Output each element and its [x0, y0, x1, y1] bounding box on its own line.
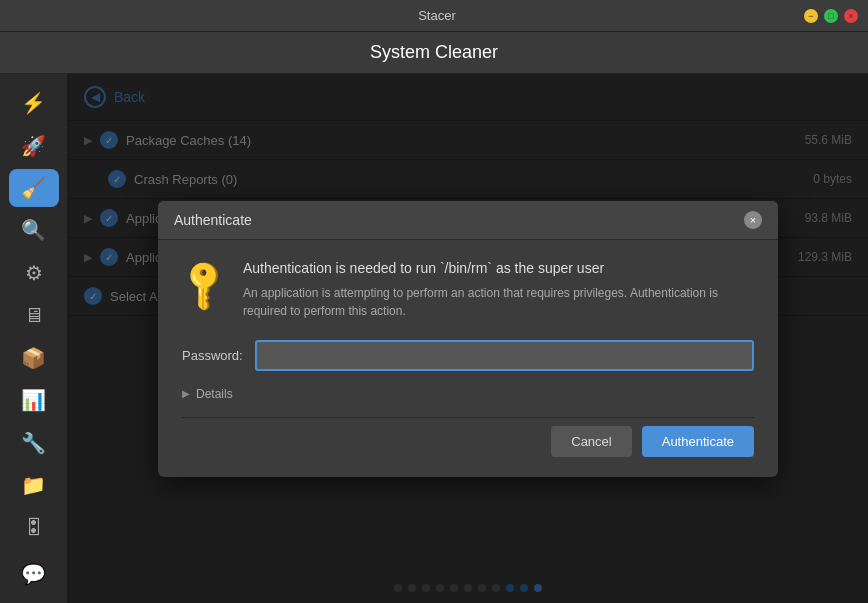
- sidebar-item-tools[interactable]: 🔧: [9, 423, 59, 461]
- password-row: Password:: [182, 340, 754, 371]
- dialog-close-button[interactable]: ×: [744, 211, 762, 229]
- sidebar: ⚡ 🚀 🧹 🔍 ⚙ 🖥 📦 📊 🔧 📁 🎛 💬: [0, 74, 68, 603]
- password-label: Password:: [182, 348, 243, 363]
- dialog-content-row: 🔑 Authentication is needed to run `/bin/…: [182, 260, 754, 320]
- dialog-header: Authenticate ×: [158, 201, 778, 240]
- app-container: System Cleaner ⚡ 🚀 🧹 🔍 ⚙ 🖥 📦 📊 🔧 📁 🎛 💬 ◀…: [0, 32, 868, 603]
- sidebar-item-system[interactable]: 🖥: [9, 296, 59, 334]
- content-area: ◀ Back ▶ ✓ Package Caches (14) 55.6 MiB …: [68, 74, 868, 603]
- key-icon: 🔑: [174, 254, 236, 316]
- app-header: System Cleaner: [0, 32, 868, 74]
- sidebar-item-startup[interactable]: 🚀: [9, 126, 59, 164]
- authenticate-dialog: Authenticate × 🔑 Authentication is neede…: [158, 201, 778, 477]
- minimize-button[interactable]: −: [804, 9, 818, 23]
- app-body: ⚡ 🚀 🧹 🔍 ⚙ 🖥 📦 📊 🔧 📁 🎛 💬 ◀ Back: [0, 74, 868, 603]
- details-toggle[interactable]: ▶ Details: [182, 387, 754, 401]
- close-button[interactable]: ×: [844, 9, 858, 23]
- dialog-main-text: Authentication is needed to run `/bin/rm…: [243, 260, 754, 276]
- chevron-right-icon: ▶: [182, 388, 190, 399]
- sidebar-item-cleaner[interactable]: 🧹: [9, 169, 59, 207]
- sidebar-item-files[interactable]: 📁: [9, 466, 59, 504]
- sidebar-item-resources[interactable]: 📊: [9, 381, 59, 419]
- title-bar: Stacer − □ ×: [0, 0, 868, 32]
- dialog-body: 🔑 Authentication is needed to run `/bin/…: [158, 240, 778, 477]
- sidebar-item-chat[interactable]: 💬: [9, 555, 59, 593]
- dialog-sub-text: An application is attempting to perform …: [243, 284, 754, 320]
- password-input[interactable]: [255, 340, 754, 371]
- app-title: Stacer: [70, 8, 804, 23]
- sidebar-item-settings[interactable]: ⚙: [9, 254, 59, 292]
- modal-overlay: Authenticate × 🔑 Authentication is neede…: [68, 74, 868, 603]
- sidebar-item-packages[interactable]: 📦: [9, 339, 59, 377]
- dialog-footer: Cancel Authenticate: [182, 417, 754, 457]
- sidebar-item-dashboard[interactable]: ⚡: [9, 84, 59, 122]
- maximize-button[interactable]: □: [824, 9, 838, 23]
- page-title: System Cleaner: [370, 42, 498, 62]
- dialog-text-area: Authentication is needed to run `/bin/rm…: [243, 260, 754, 320]
- cancel-button[interactable]: Cancel: [551, 426, 631, 457]
- sidebar-item-search[interactable]: 🔍: [9, 211, 59, 249]
- authenticate-button[interactable]: Authenticate: [642, 426, 754, 457]
- details-label: Details: [196, 387, 233, 401]
- window-controls: − □ ×: [804, 9, 858, 23]
- sidebar-item-sliders[interactable]: 🎛: [9, 508, 59, 546]
- dialog-title: Authenticate: [174, 212, 252, 228]
